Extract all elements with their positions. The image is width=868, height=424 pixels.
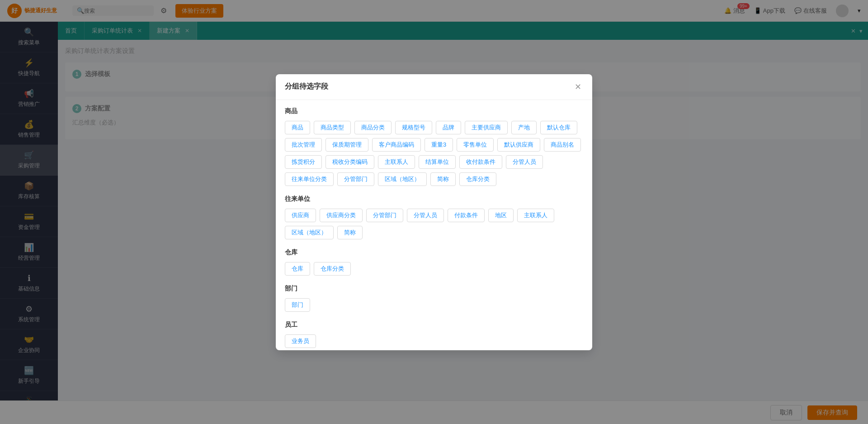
field-tag[interactable]: 部门	[285, 298, 310, 312]
field-tag[interactable]: 结算单位	[419, 155, 456, 169]
field-tag[interactable]: 商品	[285, 121, 310, 134]
modal-title: 分组待选字段	[285, 82, 328, 91]
field-tag[interactable]: 地区	[488, 209, 514, 222]
field-tag[interactable]: 拣货积分	[285, 155, 322, 169]
field-tag[interactable]: 零售单位	[457, 138, 494, 152]
field-tag[interactable]: 仓库	[285, 262, 310, 276]
field-tag[interactable]: 主联系人	[517, 209, 554, 222]
field-tag[interactable]: 规格型号	[395, 121, 432, 134]
field-tag[interactable]: 保质期管理	[326, 138, 368, 152]
field-tag[interactable]: 业务员	[285, 334, 316, 348]
field-tag[interactable]: 客户商品编码	[372, 138, 421, 152]
field-tag[interactable]: 仓库分类	[314, 262, 351, 276]
modal-body: 商品 商品 商品类型 商品分类 规格型号 品牌 主要供应商 产地 默认仓库 批次…	[276, 100, 592, 350]
field-tag[interactable]: 分管人员	[506, 155, 543, 169]
field-tag[interactable]: 商品别名	[544, 138, 581, 152]
product-tags: 商品 商品类型 商品分类 规格型号 品牌 主要供应商 产地 默认仓库 批次管理 …	[285, 121, 583, 186]
field-tag[interactable]: 区域（地区）	[285, 226, 334, 239]
field-tag[interactable]: 付款条件	[448, 209, 485, 222]
field-tag[interactable]: 分管人员	[407, 209, 444, 222]
field-tag[interactable]: 主要供应商	[465, 121, 508, 134]
field-tag[interactable]: 品牌	[436, 121, 461, 134]
field-tag[interactable]: 税收分类编码	[326, 155, 374, 169]
field-tag[interactable]: 供应商分类	[320, 209, 363, 222]
group-warehouse-title: 仓库	[285, 248, 583, 257]
field-group-warehouse: 仓库 仓库 仓库分类	[285, 248, 583, 276]
group-employee-title: 员工	[285, 321, 583, 329]
dept-tags: 部门	[285, 298, 583, 312]
warehouse-tags: 仓库 仓库分类	[285, 262, 583, 276]
field-tag[interactable]: 供应商	[285, 209, 316, 222]
field-tag[interactable]: 往来单位分类	[285, 172, 334, 186]
field-tag[interactable]: 收付款条件	[459, 155, 502, 169]
modal-header: 分组待选字段 ✕	[276, 74, 592, 100]
group-counterparty-title: 往来单位	[285, 195, 583, 203]
field-tag[interactable]: 主联系人	[378, 155, 415, 169]
field-tag[interactable]: 产地	[511, 121, 537, 134]
field-select-modal: 分组待选字段 ✕ 商品 商品 商品类型 商品分类 规格型号 品牌 主要供应商 产…	[276, 74, 592, 350]
field-tag[interactable]: 商品分类	[354, 121, 392, 134]
modal-close-button[interactable]: ✕	[572, 81, 583, 92]
field-tag[interactable]: 批次管理	[285, 138, 322, 152]
field-tag[interactable]: 分管部门	[337, 172, 374, 186]
field-tag[interactable]: 仓库分类	[459, 172, 496, 186]
field-tag[interactable]: 默认供应商	[497, 138, 540, 152]
field-group-dept: 部门 部门	[285, 285, 583, 312]
field-tag[interactable]: 简称	[337, 226, 363, 239]
field-tag[interactable]: 分管部门	[366, 209, 403, 222]
field-group-counterparty: 往来单位 供应商 供应商分类 分管部门 分管人员 付款条件 地区 主联系人 区域…	[285, 195, 583, 239]
field-tag[interactable]: 区域（地区）	[378, 172, 427, 186]
group-product-title: 商品	[285, 107, 583, 115]
field-tag[interactable]: 商品类型	[314, 121, 351, 134]
field-group-product: 商品 商品 商品类型 商品分类 规格型号 品牌 主要供应商 产地 默认仓库 批次…	[285, 107, 583, 186]
field-group-employee: 员工 业务员	[285, 321, 583, 348]
field-tag[interactable]: 默认仓库	[540, 121, 577, 134]
employee-tags: 业务员	[285, 334, 583, 348]
field-tag[interactable]: 简称	[430, 172, 456, 186]
counterparty-tags: 供应商 供应商分类 分管部门 分管人员 付款条件 地区 主联系人 区域（地区） …	[285, 209, 583, 239]
group-dept-title: 部门	[285, 285, 583, 293]
modal-overlay: 分组待选字段 ✕ 商品 商品 商品类型 商品分类 规格型号 品牌 主要供应商 产…	[0, 0, 868, 424]
field-tag[interactable]: 重量3	[425, 138, 453, 152]
